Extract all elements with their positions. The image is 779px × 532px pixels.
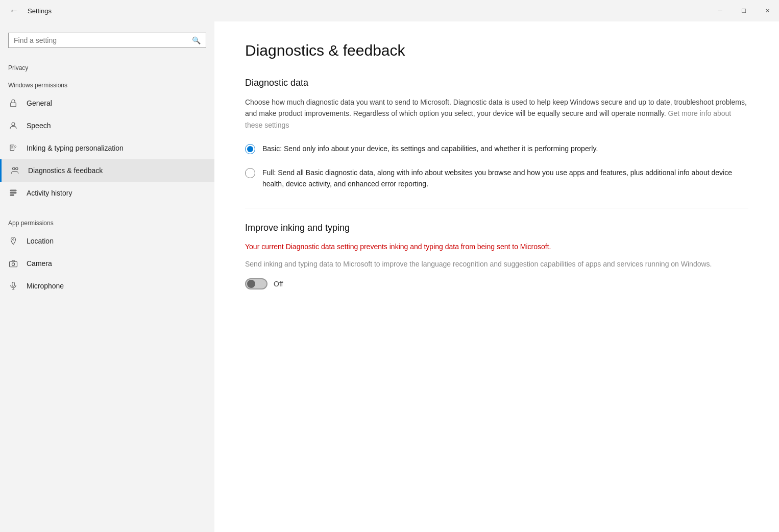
diagnostic-data-title: Diagnostic data	[245, 78, 748, 88]
titlebar: ← Settings ─ ☐ ✕	[0, 0, 779, 21]
close-button[interactable]: ✕	[756, 3, 779, 19]
sidebar-item-inking[interactable]: Inking & typing personalization	[0, 137, 214, 159]
sidebar-item-activity[interactable]: Activity history	[0, 182, 214, 204]
titlebar-title: Settings	[28, 7, 52, 15]
activity-svg	[9, 188, 18, 198]
section-divider	[245, 208, 748, 208]
app-permissions-label: App permissions	[0, 212, 214, 230]
sidebar-top: 🔍	[0, 21, 214, 57]
sidebar-item-camera[interactable]: Camera	[0, 252, 214, 275]
titlebar-left: ← Settings	[5, 4, 52, 18]
diagnostic-description: Choose how much diagnostic data you want…	[245, 96, 748, 131]
speech-icon	[8, 120, 18, 131]
svg-rect-8	[10, 190, 16, 191]
sidebar-item-speech[interactable]: Speech	[0, 114, 214, 137]
location-icon	[8, 236, 18, 246]
camera-icon	[8, 258, 18, 269]
radio-basic[interactable]	[245, 144, 255, 154]
inking-toggle[interactable]	[245, 278, 267, 289]
app-permissions-nav: Location Camera	[0, 230, 214, 297]
toggle-label: Off	[274, 280, 283, 288]
svg-rect-14	[12, 282, 15, 286]
radio-basic-label[interactable]: Basic: Send only info about your device,…	[262, 143, 598, 154]
diagnostics-icon	[10, 165, 20, 176]
inking-warning-text: Your current Diagnostic data setting pre…	[245, 241, 748, 252]
speech-svg	[9, 121, 18, 130]
app-body: 🔍 Privacy Windows permissions General	[0, 21, 779, 532]
toggle-thumb	[247, 280, 255, 288]
search-input[interactable]	[14, 36, 188, 44]
diagnostic-radio-group: Basic: Send only info about your device,…	[245, 143, 748, 189]
sidebar-item-general[interactable]: General	[0, 92, 214, 114]
svg-rect-0	[11, 103, 16, 107]
improve-inking-title: Improve inking and typing	[245, 223, 748, 233]
location-svg	[9, 236, 18, 246]
speech-label: Speech	[27, 122, 51, 130]
radio-full-label[interactable]: Full: Send all Basic diagnostic data, al…	[262, 167, 748, 190]
search-box[interactable]: 🔍	[8, 33, 206, 48]
inking-icon	[8, 143, 18, 153]
windows-permissions-nav: General Speech	[0, 92, 214, 204]
inking-label: Inking & typing personalization	[27, 144, 124, 152]
svg-rect-9	[10, 192, 16, 194]
inking-toggle-row: Off	[245, 278, 748, 289]
radio-option-basic: Basic: Send only info about your device,…	[245, 143, 748, 154]
maximize-button[interactable]: ☐	[732, 3, 756, 19]
svg-point-13	[12, 263, 14, 265]
svg-point-7	[16, 167, 18, 170]
camera-label: Camera	[27, 259, 52, 268]
lock-svg	[9, 99, 18, 108]
search-icon: 🔍	[192, 36, 201, 44]
svg-rect-10	[10, 195, 14, 196]
microphone-svg	[9, 281, 18, 291]
activity-label: Activity history	[27, 189, 72, 197]
inking-muted-text: Send inking and typing data to Microsoft…	[245, 258, 748, 270]
radio-full[interactable]	[245, 168, 255, 178]
privacy-section-label: Privacy	[0, 57, 214, 75]
svg-point-11	[13, 239, 14, 240]
svg-point-6	[13, 167, 15, 170]
minimize-button[interactable]: ─	[709, 3, 732, 19]
inking-svg	[9, 143, 18, 153]
camera-svg	[9, 259, 18, 268]
activity-icon	[8, 188, 18, 198]
titlebar-controls: ─ ☐ ✕	[709, 3, 779, 19]
lock-icon	[8, 98, 18, 108]
page-title: Diagnostics & feedback	[245, 42, 748, 59]
main-content: Diagnostics & feedback Diagnostic data C…	[214, 21, 779, 532]
diagnostics-label: Diagnostics & feedback	[28, 166, 103, 175]
general-label: General	[27, 99, 52, 107]
sidebar-item-microphone[interactable]: Microphone	[0, 275, 214, 297]
microphone-icon	[8, 281, 18, 291]
svg-rect-12	[10, 261, 17, 267]
location-label: Location	[27, 237, 54, 245]
back-nav-btn[interactable]: ←	[5, 4, 22, 18]
sidebar-item-location[interactable]: Location	[0, 230, 214, 252]
diagnostics-svg	[10, 166, 19, 175]
windows-permissions-label: Windows permissions	[0, 75, 214, 92]
radio-option-full: Full: Send all Basic diagnostic data, al…	[245, 167, 748, 190]
microphone-label: Microphone	[27, 282, 64, 290]
sidebar-item-diagnostics[interactable]: Diagnostics & feedback	[0, 159, 214, 182]
sidebar: 🔍 Privacy Windows permissions General	[0, 21, 214, 532]
